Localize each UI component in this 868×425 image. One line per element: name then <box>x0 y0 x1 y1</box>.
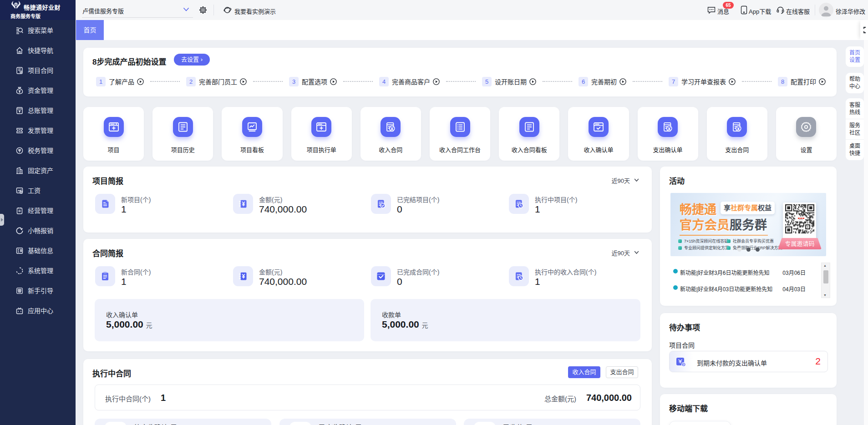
svg-text:?: ? <box>683 363 685 367</box>
